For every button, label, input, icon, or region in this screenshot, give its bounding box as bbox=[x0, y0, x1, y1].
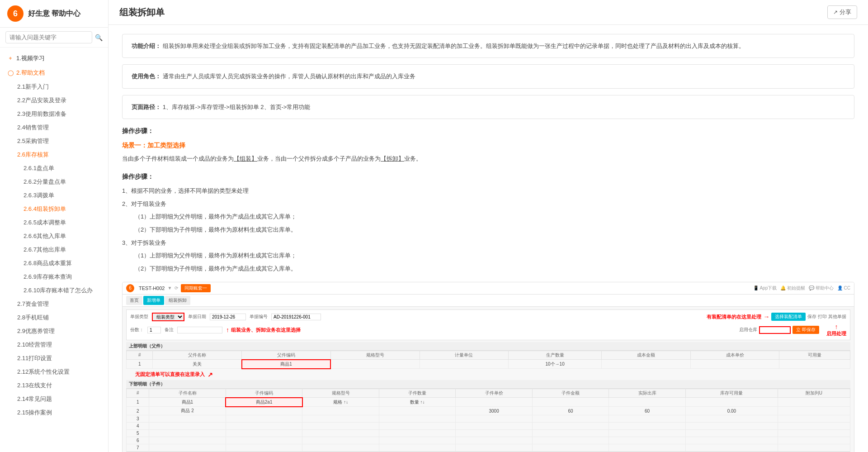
sidebar-item-online-pay[interactable]: 2.13在线支付 bbox=[0, 379, 108, 392]
sidebar-item-video[interactable]: + 1.视频学习 bbox=[0, 51, 108, 66]
sim-date-label: 单据日期 bbox=[188, 314, 206, 320]
sidebar-header: 6 好生意 帮助中心 bbox=[0, 0, 108, 28]
topbar: 组装拆卸单 ↗ 分享 bbox=[108, 0, 868, 25]
sim-user: 👤 CC bbox=[837, 285, 850, 290]
role-text: 通常由生产人员或库管人员完成拆装业务的操作，库管人员确认原材料的出库和产成品的入… bbox=[163, 73, 415, 80]
intro-text: 组装拆卸单用来处理企业组装或拆卸等加工业务，支持有固定装配清单的产品加工业务，也… bbox=[163, 43, 745, 49]
sidebar-item-split[interactable]: 2.6.2分量盘点单 bbox=[0, 175, 108, 189]
sim-app-icon3: 💬 帮助中心 bbox=[809, 285, 834, 291]
step2: 2、对于组装业务 bbox=[122, 199, 854, 210]
annotation4-text: 无固定清单可以直接在这里录入 bbox=[135, 371, 205, 378]
sim-warehouse-input[interactable] bbox=[759, 326, 791, 334]
screenshot-container: 6 TEST-H002 ▼ ⟳ 同期账套一 📱 App下载 🔔 初始提醒 💬 帮… bbox=[122, 282, 854, 452]
sidebar-item-custom[interactable]: 2.12系统个性化设置 bbox=[0, 365, 108, 379]
sidebar-item-sales[interactable]: 2.4销售管理 bbox=[0, 121, 108, 134]
lower-row-1: 1 商品1 商品2a1 规格 ↑↓ 数量 ↑↓ bbox=[127, 398, 850, 407]
sim-tab-assemble[interactable]: 组装拆卸 bbox=[165, 296, 190, 305]
nav-section-video: + 1.视频学习 bbox=[0, 51, 108, 66]
annotation2-text: 组装业务、拆卸业务在这里选择 bbox=[231, 327, 301, 333]
sim-tab-home[interactable]: 首页 bbox=[126, 296, 142, 305]
intro-box: 功能介绍： 组装拆卸单用来处理企业组装或拆卸等加工业务，支持有固定装配清单的产品… bbox=[122, 34, 854, 58]
sidebar-item-finance[interactable]: 2.7资金管理 bbox=[0, 297, 108, 311]
annotation3-arrow: ↑ bbox=[835, 323, 838, 330]
sidebar: 6 好生意 帮助中心 🔍 + 1.视频学习 ◯ 2.帮助文档 2.1新手入门 2… bbox=[0, 0, 108, 452]
sim-dropdown[interactable]: ▼ bbox=[167, 285, 172, 290]
lower-row-5: 5 bbox=[127, 430, 850, 437]
sidebar-item-mobile[interactable]: 2.8手机旺铺 bbox=[0, 311, 108, 324]
sim-docno-label: 单据编号 bbox=[250, 314, 268, 320]
sidebar-item-cost-calc[interactable]: 2.6.8商品成本重算 bbox=[0, 257, 108, 270]
step2-sub1: （1）上部明细为父件明细，最终作为产成品生成其它入库单； bbox=[122, 211, 854, 223]
sim-enable-label: 启用仓库 bbox=[739, 327, 757, 333]
step2-sub2: （2）下部明细为子件明细，最终作为原材料生成其它出库单。 bbox=[122, 224, 854, 236]
collapse-icon: ◯ bbox=[7, 70, 14, 76]
page-title: 组装拆卸单 bbox=[119, 6, 165, 19]
sidebar-item-prepare[interactable]: 2.3使用前数据准备 bbox=[0, 107, 108, 121]
sim-note-input[interactable] bbox=[177, 327, 222, 333]
sidebar-item-install[interactable]: 2.2产品安装及登录 bbox=[0, 94, 108, 107]
content-area: 功能介绍： 组装拆卸单用来处理企业组装或拆卸等加工业务，支持有固定装配清单的产品… bbox=[108, 25, 868, 452]
lower-row-6: 6 bbox=[127, 437, 850, 444]
sidebar-item-inventory[interactable]: 2.6库存核算 bbox=[0, 148, 108, 162]
ops-steps-heading: 操作步骤： bbox=[122, 173, 854, 181]
scenario1-desc: 当由多个子件材料组装成一个成品的业务为【组装】业务，当由一个父件拆分成多个子产品… bbox=[122, 153, 854, 165]
sidebar-item-label: 1.视频学习 bbox=[16, 54, 45, 62]
sidebar-item-coupon[interactable]: 2.9优惠券管理 bbox=[0, 324, 108, 338]
scenario1-heading: 场景一：加工类型选择 bbox=[122, 142, 854, 150]
sidebar-item-assemble[interactable]: 2.6.4组装拆卸单 bbox=[0, 202, 108, 216]
annotation3-text: 启用处理 bbox=[826, 330, 846, 337]
annotation1-arrow: → bbox=[763, 313, 769, 320]
role-box: 使用角色： 通常由生产人员或库管人员完成拆装业务的操作，库管人员确认原材料的出库… bbox=[122, 64, 854, 88]
sim-topbar: 6 TEST-H002 ▼ ⟳ 同期账套一 📱 App下载 🔔 初始提醒 💬 帮… bbox=[123, 282, 854, 295]
sim-note-label: 备注 bbox=[165, 327, 174, 333]
sim-count-label: 份数： bbox=[130, 327, 144, 333]
main-area: 组装拆卸单 ↗ 分享 功能介绍： 组装拆卸单用来处理企业组装或拆卸等加工业务，支… bbox=[108, 0, 868, 452]
sim-app-icon2: 🔔 初始提醒 bbox=[780, 285, 805, 291]
nav-section-docs: ◯ 2.帮助文档 2.1新手入门 2.2产品安装及登录 2.3使用前数据准备 2… bbox=[0, 66, 108, 419]
sidebar-item-label: 2.帮助文档 bbox=[16, 69, 45, 77]
sim-action-btns: 保存 打印 其他单据 bbox=[807, 314, 846, 320]
sidebar-item-stock-error[interactable]: 2.6.10库存账本错了怎么办 bbox=[0, 284, 108, 297]
search-box: 🔍 bbox=[0, 28, 108, 48]
share-icon: ↗ bbox=[833, 9, 838, 15]
sidebar-item-faq[interactable]: 2.14常见问题 bbox=[0, 392, 108, 406]
sidebar-item-cost-adjust[interactable]: 2.6.5成本调整单 bbox=[0, 216, 108, 229]
sim-count-input[interactable] bbox=[147, 327, 161, 333]
sidebar-item-cases[interactable]: 2.15操作案例 bbox=[0, 406, 108, 419]
sim-tab-new[interactable]: 新增单 bbox=[143, 296, 164, 305]
upper-table: # 父件名称 父件编码 规格型号 计量单位 生产数量 成本金额 成本单价 可用量 bbox=[126, 351, 850, 369]
sidebar-item-stock-query[interactable]: 2.6.9库存账本查询 bbox=[0, 270, 108, 284]
sidebar-item-ops[interactable]: 2.10经营管理 bbox=[0, 338, 108, 352]
sim-save-btn[interactable]: 立 即保存 bbox=[793, 326, 819, 334]
sim-refresh-icon[interactable]: ⟳ bbox=[175, 285, 178, 290]
role-label: 使用角色： bbox=[132, 73, 161, 80]
app-name: 好生意 帮助中心 bbox=[28, 9, 80, 19]
share-button[interactable]: ↗ 分享 bbox=[827, 5, 857, 19]
sidebar-item-purchase[interactable]: 2.5采购管理 bbox=[0, 134, 108, 148]
step3-sub1: （1）上部明细为父件明细，最终作为原材料生成其它出库单； bbox=[122, 250, 854, 262]
upper-row-1: 1 关关 商品1 10个→10 bbox=[127, 360, 850, 369]
sim-tab-bar: 首页 新增单 组装拆卸 bbox=[123, 295, 854, 307]
path-label: 页面路径： bbox=[132, 104, 161, 110]
sidebar-item-other-in[interactable]: 2.6.6其他入库单 bbox=[0, 229, 108, 243]
search-input[interactable] bbox=[5, 31, 92, 43]
lower-row-4: 4 bbox=[127, 423, 850, 430]
sim-date-input[interactable] bbox=[210, 314, 246, 320]
sim-bom-btn[interactable]: 选择装配清单 bbox=[771, 313, 806, 321]
lower-table: # 子件名称 子件编码 规格型号 子件数量 子件单价 子件金额 实际出库 库存可… bbox=[126, 389, 850, 452]
sidebar-item-docs[interactable]: ◯ 2.帮助文档 bbox=[0, 66, 108, 80]
sim-orange-btn[interactable]: 同期账套一 bbox=[181, 284, 211, 292]
upper-section-label: 上部明细（父件） bbox=[126, 342, 850, 351]
sidebar-item-new[interactable]: 2.1新手入门 bbox=[0, 80, 108, 94]
sim-header-actions: 📱 App下载 🔔 初始提醒 💬 帮助中心 👤 CC bbox=[753, 285, 850, 291]
sidebar-item-other-out[interactable]: 2.6.7其他出库单 bbox=[0, 243, 108, 257]
sim-type-select[interactable]: 组装类型 拆卸类型 bbox=[152, 313, 184, 321]
sidebar-item-print[interactable]: 2.11打印设置 bbox=[0, 352, 108, 365]
sim-company: TEST-H002 bbox=[139, 285, 165, 291]
sim-docno-input[interactable] bbox=[271, 314, 321, 320]
share-label: 分享 bbox=[840, 8, 851, 16]
sidebar-item-stocktake[interactable]: 2.6.1盘点单 bbox=[0, 162, 108, 175]
sidebar-item-adjust[interactable]: 2.6.3调拨单 bbox=[0, 189, 108, 202]
expand-icon: + bbox=[7, 55, 14, 62]
search-button[interactable]: 🔍 bbox=[95, 34, 103, 41]
